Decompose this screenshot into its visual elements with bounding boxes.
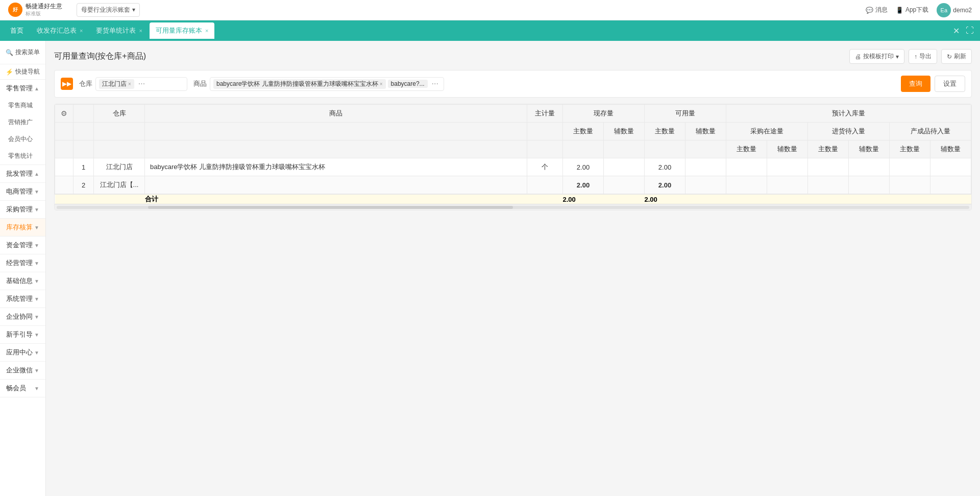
cell-prod-pend-aux-0: [930, 158, 971, 176]
footer-avail-aux: [685, 194, 726, 204]
sidebar-item-member[interactable]: 会员中心: [0, 131, 45, 148]
search-menu-btn[interactable]: 🔍 搜索菜单: [4, 45, 41, 60]
tab-order-stats-close[interactable]: ×: [139, 28, 142, 34]
th-product: 商品: [145, 105, 527, 123]
section-appstore-label: 应用中心: [6, 348, 33, 357]
footer-prod-pend-aux: [930, 194, 971, 204]
cell-purch-pend-main-1: [808, 176, 849, 195]
tab-home[interactable]: 首页: [4, 22, 30, 39]
section-newbie: 新手引导 ▼: [0, 326, 45, 344]
th-unit-sub: [527, 123, 563, 140]
section-ecommerce-label: 电商管理: [6, 187, 33, 196]
product-input[interactable]: babycare学饮杯 儿童防摔防撞吸管杯重力球吸嘴杯宝宝水杯 × babyca…: [210, 77, 444, 91]
section-ecommerce: 电商管理 ▼: [0, 183, 45, 201]
chevron-down-icon11: ▼: [34, 350, 39, 356]
query-btn[interactable]: 查询: [901, 76, 930, 92]
section-wechat-label: 企业微信: [6, 366, 33, 375]
tab-available-inventory-close[interactable]: ×: [205, 28, 208, 34]
section-operation-header[interactable]: 经营管理 ▼: [0, 254, 45, 272]
cell-unit-1: [527, 176, 563, 195]
avatar: Ea: [937, 3, 951, 17]
sidebar-item-retail-stats[interactable]: 零售统计: [0, 148, 45, 164]
warehouse-tag-text: 江北门店: [102, 80, 127, 88]
product-dots[interactable]: ···: [430, 79, 440, 88]
product-label: 商品: [193, 79, 207, 88]
download-icon: 📱: [896, 7, 903, 14]
logo-text: 畅捷通好生意: [26, 3, 62, 10]
section-system-label: 系统管理: [6, 294, 33, 303]
chevron-down-icon13: ▼: [34, 386, 39, 391]
warehouse-tag-close[interactable]: ×: [128, 81, 131, 87]
setting-btn[interactable]: 设置: [935, 76, 965, 92]
filter-bar: ▶▶ 仓库 江北门店 × ··· 商品 babycare学饮杯 儿童防摔防撞吸管…: [54, 70, 972, 98]
footer-num: [74, 194, 94, 204]
cell-unit-0: 个: [527, 158, 563, 176]
section-newbie-label: 新手引导: [6, 330, 33, 339]
section-inventory-header[interactable]: 库存核算 ▼: [0, 219, 45, 236]
section-wholesale-label: 批发管理: [6, 169, 33, 178]
footer-stock-aux: [604, 194, 645, 204]
section-member2-label: 畅会员: [6, 384, 26, 393]
section-member2-header[interactable]: 畅会员 ▼: [0, 380, 45, 397]
section-system-header[interactable]: 系统管理 ▼: [0, 290, 45, 308]
cell-purch-pend-aux-1: [849, 176, 890, 195]
print-icon: 🖨: [855, 53, 861, 60]
product-tag1-close[interactable]: ×: [380, 81, 383, 87]
section-appstore-header[interactable]: 应用中心 ▼: [0, 344, 45, 361]
refresh-btn[interactable]: ↻ 刷新: [941, 49, 972, 64]
top-bar-right: 💬 消息 📱 App下载 Ea demo2: [866, 3, 972, 17]
cell-avail-aux-1: [685, 176, 726, 195]
cell-stock-aux-0: [604, 158, 645, 176]
section-retail-header[interactable]: 零售管理 ▲: [0, 80, 45, 97]
th-avail-aux2: [685, 140, 726, 158]
message-btn[interactable]: 💬 消息: [866, 6, 888, 14]
quick-nav-btn[interactable]: ⚡ 快捷导航: [0, 64, 45, 80]
section-finance-label: 资金管理: [6, 241, 33, 250]
user-area[interactable]: Ea demo2: [937, 3, 972, 17]
section-basic-header[interactable]: 基础信息 ▼: [0, 272, 45, 290]
industry-selector[interactable]: 母婴行业演示账套 ▾: [77, 3, 140, 17]
section-wholesale-header[interactable]: 批发管理 ▲: [0, 165, 45, 182]
column-settings-icon[interactable]: ⚙: [61, 109, 67, 117]
close-window-btn[interactable]: ✕: [951, 24, 962, 38]
scroll-track: [57, 206, 969, 209]
chevron-down-icon-print: ▾: [896, 53, 899, 60]
chevron-down-icon: ▲: [34, 171, 39, 177]
tab-receive-summary-close[interactable]: ×: [80, 28, 83, 34]
table-footer-row: 合计 2.00 2.00: [55, 194, 971, 204]
cell-purch-trans-main-0: [726, 158, 767, 176]
section-collab-header[interactable]: 企业协同 ▼: [0, 308, 45, 325]
cell-prod-pend-main-0: [890, 158, 930, 176]
filter-actions: 查询 设置: [901, 76, 965, 92]
tab-receive-summary[interactable]: 收发存汇总表 ×: [31, 22, 89, 39]
tab-available-inventory-label: 可用量库存账本: [156, 26, 202, 35]
warehouse-dots[interactable]: ···: [136, 79, 147, 88]
filter-toggle-btn[interactable]: ▶▶: [61, 78, 73, 90]
search-menu-label: 搜索菜单: [15, 48, 40, 57]
footer-prod-pend-main: [890, 194, 930, 204]
cell-purch-pend-aux-0: [849, 158, 890, 176]
app-download-btn[interactable]: 📱 App下载: [896, 6, 928, 14]
section-ecommerce-header[interactable]: 电商管理 ▼: [0, 183, 45, 200]
section-wechat-header[interactable]: 企业微信 ▼: [0, 362, 45, 379]
logo-icon: 好: [8, 3, 22, 17]
industry-label: 母婴行业演示账套: [81, 6, 130, 14]
section-retail-label: 零售管理: [6, 84, 33, 93]
tab-available-inventory[interactable]: 可用量库存账本 ×: [150, 22, 214, 39]
export-btn[interactable]: ↑ 导出: [909, 49, 937, 64]
section-basic-label: 基础信息: [6, 276, 33, 286]
warehouse-input[interactable]: 江北门店 × ···: [95, 77, 187, 91]
sidebar-item-marketing[interactable]: 营销推广: [0, 114, 45, 131]
sidebar-item-retail-mall[interactable]: 零售商城: [0, 97, 45, 114]
print-template-btn[interactable]: 🖨 按模板打印 ▾: [849, 49, 904, 64]
th-purch-trans-main: 主数量: [726, 140, 767, 158]
expand-btn[interactable]: ⛶: [964, 24, 976, 38]
horizontal-scrollbar[interactable]: [55, 204, 971, 210]
section-purchase: 采购管理 ▼: [0, 201, 45, 219]
section-purchase-header[interactable]: 采购管理 ▼: [0, 201, 45, 218]
section-finance-header[interactable]: 资金管理 ▼: [0, 237, 45, 254]
section-newbie-header[interactable]: 新手引导 ▼: [0, 326, 45, 343]
tab-order-stats[interactable]: 要货单统计表 ×: [90, 22, 148, 39]
warehouse-tag: 江北门店 ×: [99, 79, 134, 89]
logo-sub: 标准版: [26, 10, 62, 17]
